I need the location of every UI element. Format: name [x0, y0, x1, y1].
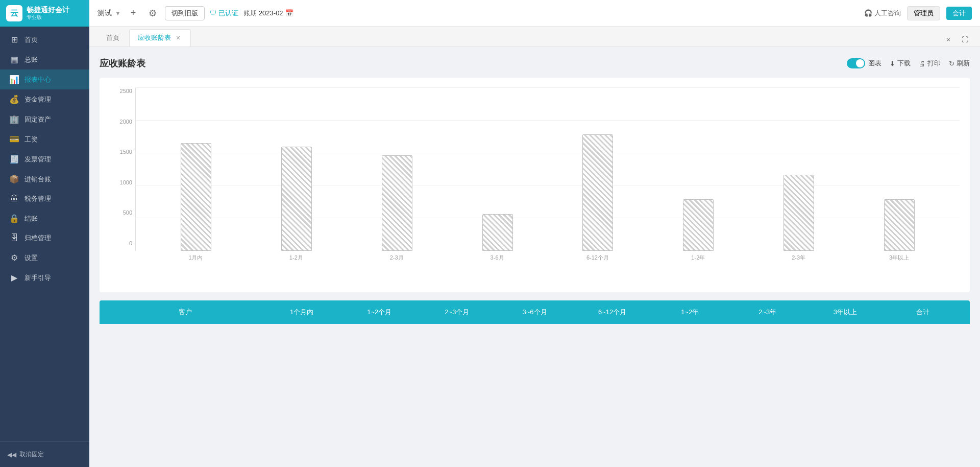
table-header-3: 2~3个月: [418, 308, 496, 317]
sidebar-label-archive: 归档管理: [24, 233, 51, 243]
table-header: 客户1个月内1~2个月2~3个月3~6个月6~12个月1~2年2~3年3年以上合…: [100, 300, 970, 324]
tax-icon: 🏛: [9, 194, 19, 203]
bar-group: [181, 143, 211, 251]
consult-button[interactable]: 🎧 人工咨询: [864, 9, 901, 18]
sidebar-label-assets: 固定资产: [24, 115, 51, 124]
x-label-4: 6-12个月: [582, 254, 613, 262]
add-button[interactable]: +: [126, 6, 140, 20]
sidebar-item-guide[interactable]: ▶ 新手引导: [0, 268, 89, 288]
sidebar-label-closing: 结账: [24, 214, 38, 223]
sidebar-item-funds[interactable]: 💰 资金管理: [0, 89, 89, 109]
project-selector[interactable]: 测试 ▼: [97, 9, 121, 18]
sidebar-item-assets[interactable]: 🏢 固定资产: [0, 109, 89, 129]
chart-plot: [135, 88, 960, 251]
y-label-2000: 2000: [110, 119, 135, 125]
sidebar-item-closing[interactable]: 🔒 结账: [0, 208, 89, 228]
download-button[interactable]: ⬇ 下载: [890, 59, 911, 68]
reports-icon: 📊: [9, 75, 19, 84]
topbar: 测试 ▼ + ⚙ 切到旧版 🛡 已认证 账期 2023-02 📅 🎧 人工咨询 …: [89, 0, 980, 27]
main-area: 测试 ▼ + ⚙ 切到旧版 🛡 已认证 账期 2023-02 📅 🎧 人工咨询 …: [89, 0, 980, 467]
tab-close-icon[interactable]: ×: [174, 34, 182, 42]
sidebar-label-ledger: 总账: [24, 55, 38, 64]
close-window-icon[interactable]: ×: [941, 32, 955, 46]
table-header-2: 1~2个月: [340, 308, 418, 317]
sidebar-item-wages[interactable]: 💳 工资: [0, 129, 89, 149]
accountant-button[interactable]: 会计: [946, 7, 972, 20]
y-label-1000: 1000: [110, 179, 135, 185]
print-icon: 🖨: [919, 60, 925, 67]
x-label-0: 1月内: [180, 254, 211, 262]
funds-icon: 💰: [9, 95, 19, 104]
account-period: 账期 2023-02 📅: [243, 9, 293, 18]
sidebar-item-inventory[interactable]: 📦 进销台账: [0, 169, 89, 189]
chart-inner: 1月内1-2月2-3月3-6月6-12个月1-2年2-3年3年以上: [135, 88, 960, 262]
sidebar-item-settings[interactable]: ⚙ 设置: [0, 248, 89, 268]
certified-badge: 🛡 已认证: [210, 9, 238, 18]
sidebar-label-guide: 新手引导: [24, 273, 51, 283]
page-content: 应收账龄表 图表 ⬇ 下载 🖨 打印 ↻ 刷新: [89, 47, 980, 467]
sidebar-item-ledger[interactable]: ▦ 总账: [0, 50, 89, 69]
x-labels: 1月内1-2月2-3月3-6月6-12个月1-2年2-3年3年以上: [135, 251, 960, 262]
y-label-500: 500: [110, 209, 135, 216]
wages-icon: 💳: [9, 134, 19, 144]
app-logo: 云 畅捷通好会计 专业版: [0, 0, 89, 27]
x-label-2: 2-3月: [381, 254, 412, 262]
refresh-button[interactable]: ↻ 刷新: [949, 59, 970, 68]
closing-icon: 🔒: [9, 214, 19, 223]
headset-icon: 🎧: [864, 9, 872, 17]
page-header: 应收账龄表 图表 ⬇ 下载 🖨 打印 ↻ 刷新: [100, 57, 970, 69]
expand-icon[interactable]: ⛶: [958, 32, 972, 46]
tab-aging-report-label: 应收账龄表: [138, 33, 171, 42]
archive-icon: 🗄: [9, 233, 19, 243]
page-title: 应收账龄表: [100, 57, 145, 69]
tab-aging-report[interactable]: 应收账龄表 ×: [129, 29, 191, 46]
chart-toggle-label: 图表: [868, 59, 881, 68]
sidebar-item-tax[interactable]: 🏛 税务管理: [0, 189, 89, 208]
sidebar-label-funds: 资金管理: [24, 95, 51, 104]
x-label-5: 1-2年: [683, 254, 714, 262]
sidebar-item-reports[interactable]: 📊 报表中心: [0, 69, 89, 89]
topbar-right: 🎧 人工咨询 管理员 会计: [864, 6, 972, 20]
bar-group: [783, 175, 814, 251]
settings-icon[interactable]: ⚙: [145, 6, 160, 20]
switch-old-button[interactable]: 切到旧版: [165, 6, 205, 20]
sidebar-label-invoice: 发票管理: [24, 155, 51, 164]
bar-group: [482, 214, 513, 251]
sidebar-label-wages: 工资: [24, 135, 38, 144]
y-label-0: 0: [110, 240, 135, 246]
x-label-1: 1-2月: [281, 254, 311, 262]
table-header-8: 3年以上: [806, 308, 884, 317]
chevron-down-icon: ▼: [115, 10, 121, 17]
logo-icon: 云: [6, 5, 22, 21]
user-button[interactable]: 管理员: [907, 6, 940, 20]
bar-3年以上: [884, 199, 915, 251]
table-header-0: 客户: [108, 308, 263, 317]
refresh-icon: ↻: [949, 60, 954, 67]
pin-icon: ◀◀: [7, 451, 16, 458]
calendar-icon[interactable]: 📅: [285, 9, 293, 17]
bar-2-3年: [783, 175, 814, 251]
tab-home[interactable]: 首页: [97, 29, 128, 46]
assets-icon: 🏢: [9, 114, 19, 124]
download-icon: ⬇: [890, 60, 895, 67]
sidebar-item-home[interactable]: ⊞ 首页: [0, 30, 89, 50]
sidebar-item-archive[interactable]: 🗄 归档管理: [0, 228, 89, 248]
sidebar-item-invoice[interactable]: 🧾 发票管理: [0, 149, 89, 169]
bar-group: [582, 134, 613, 251]
bar-group: [884, 199, 915, 251]
x-label-3: 3-6月: [482, 254, 512, 262]
toolbar: 图表 ⬇ 下载 🖨 打印 ↻ 刷新: [847, 58, 970, 68]
shield-icon: 🛡: [210, 9, 216, 17]
toggle-switch[interactable]: [847, 58, 865, 68]
guide-icon: ▶: [9, 273, 19, 283]
sidebar-label-tax: 税务管理: [24, 194, 51, 203]
chart-toggle[interactable]: 图表: [847, 58, 881, 68]
bar-group: [382, 155, 412, 251]
y-axis: 05001000150020002500: [110, 88, 135, 246]
print-button[interactable]: 🖨 打印: [919, 59, 941, 68]
table-header-5: 6~12个月: [574, 308, 651, 317]
logo-sub: 专业版: [27, 14, 69, 21]
bar-3-6月: [482, 214, 513, 251]
bars-area: [136, 88, 960, 251]
cancel-fixed-button[interactable]: ◀◀ 取消固定: [0, 446, 89, 463]
